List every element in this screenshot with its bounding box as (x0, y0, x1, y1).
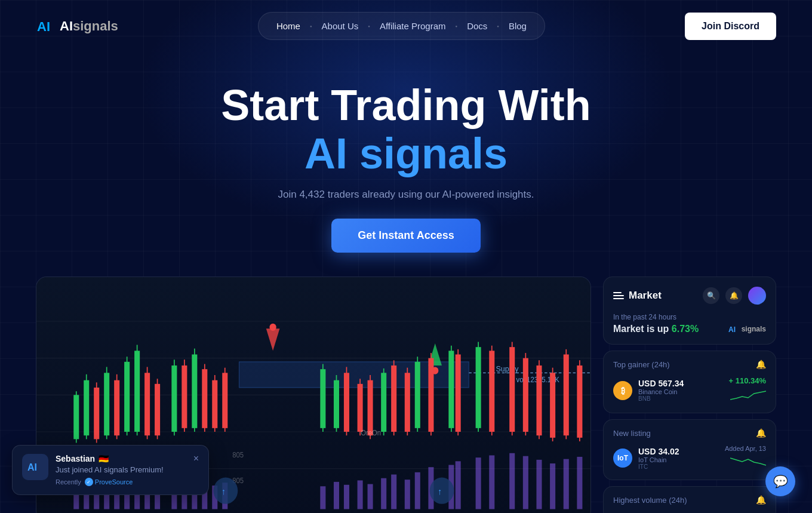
market-24h-label: In the past 24 hours (613, 313, 766, 321)
bnb-change-pct: + 110.34% (728, 376, 766, 385)
svg-text:↑: ↑ (222, 486, 226, 496)
market-header-left: Market (613, 290, 662, 302)
menu-icon[interactable] (613, 292, 624, 299)
market-pct: 6.73% (672, 324, 699, 334)
svg-rect-7 (239, 362, 469, 388)
highest-volume-bell[interactable]: 🔔 (756, 495, 766, 505)
bnb-price: USD 567.34 (638, 379, 722, 388)
nav-blog[interactable]: Blog (503, 19, 533, 33)
svg-text:AI: AI (37, 19, 50, 34)
toast-footer: Recently ✓ ProveSource (56, 478, 186, 486)
top-gainer-row: ₿ USD 567.34 Binance Coin BNB + 110.34% (613, 376, 766, 404)
new-listing-bell[interactable]: 🔔 (756, 428, 766, 438)
get-instant-access-button[interactable]: Get Instant Access (331, 219, 480, 253)
toast-time: Recently (56, 478, 81, 486)
chat-icon: 💬 (773, 474, 788, 489)
logo-text: AIsignals (60, 19, 118, 34)
svg-rect-101 (334, 482, 339, 509)
logo-icon: AI (36, 16, 57, 37)
svg-text:OreOn: OreOn (361, 429, 381, 438)
top-gainer-bell[interactable]: 🔔 (756, 360, 766, 369)
bnb-name: Binance Coin (638, 388, 722, 395)
svg-rect-108 (415, 472, 420, 509)
svg-rect-115 (523, 456, 528, 509)
svg-rect-119 (577, 457, 582, 509)
svg-rect-102 (344, 485, 349, 509)
svg-text:805: 805 (232, 451, 244, 460)
bnb-icon: ₿ (613, 381, 632, 400)
hero-subtitle: Join 4,432 traders already using our AI-… (0, 189, 812, 201)
market-header: Market 🔍 🔔 (613, 287, 766, 305)
svg-text:AI: AI (728, 325, 736, 334)
market-title: Market (629, 290, 662, 302)
top-gainer-title: Top gainer (24h) (613, 360, 670, 369)
bnb-info: USD 567.34 Binance Coin BNB (638, 379, 722, 402)
nav-about[interactable]: About Us (316, 19, 365, 33)
hero-title-line2: AI signals (0, 129, 812, 178)
prove-source[interactable]: ✓ ProveSource (85, 478, 133, 486)
svg-rect-118 (564, 459, 569, 509)
bell-icon[interactable]: 🔔 (725, 287, 742, 304)
avatar[interactable] (748, 287, 766, 305)
bnb-mini-chart (728, 388, 766, 404)
iot-icon: IoT (613, 449, 632, 468)
svg-rect-107 (405, 480, 410, 509)
iot-right: Added Apr, 13 (725, 445, 766, 471)
nav-dot-3: ● (456, 24, 458, 28)
svg-rect-117 (550, 463, 555, 509)
prove-check-icon: ✓ (85, 478, 93, 486)
highest-volume-card: Highest volume (24h) 🔔 (603, 486, 776, 513)
chat-bubble-button[interactable]: 💬 (765, 466, 795, 496)
svg-rect-113 (489, 456, 494, 509)
top-gainer-card: Top gainer (24h) 🔔 ₿ USD 567.34 Binance … (603, 351, 776, 413)
toast-logo: AI (22, 454, 48, 480)
nav-links: Home ● About Us ● Affiliate Program ● Do… (258, 12, 545, 40)
bnb-change: + 110.34% (728, 376, 766, 404)
new-listing-row: IoT USD 34.02 IoT Chain ITC Added Apr, 1… (613, 445, 766, 471)
svg-rect-106 (391, 475, 396, 509)
hero-title-line1: Start Trading With (0, 82, 812, 129)
hero-section: Start Trading With AI signals Join 4,432… (0, 52, 812, 253)
nav-dot-2: ● (368, 24, 370, 28)
svg-rect-116 (536, 460, 542, 509)
right-panel: Market 🔍 🔔 In the past 24 hours Market i… (603, 277, 776, 513)
nav-dot-1: ● (310, 24, 312, 28)
svg-text:Supply: Supply (496, 364, 519, 374)
search-icon[interactable]: 🔍 (703, 287, 719, 304)
toast-close-button[interactable]: × (193, 454, 199, 463)
menu-line (613, 295, 624, 296)
new-listing-title: New listing (613, 429, 651, 438)
top-gainer-header: Top gainer (24h) 🔔 (613, 360, 766, 369)
toast-content: Sebastian 🇩🇪 Just joined AI signals Prem… (56, 454, 186, 486)
svg-text:↑: ↑ (438, 486, 442, 496)
iot-added: Added Apr, 13 (725, 445, 766, 452)
iot-symbol: ITC (638, 463, 719, 470)
svg-rect-100 (320, 486, 325, 509)
menu-line (613, 298, 624, 299)
menu-line (613, 292, 622, 293)
svg-rect-111 (456, 462, 461, 509)
svg-rect-103 (358, 481, 363, 509)
navbar: AI AIsignals Home ● About Us ● Affiliate… (0, 0, 812, 52)
highest-volume-title: Highest volume (24h) (613, 496, 687, 505)
new-listing-card: New listing 🔔 IoT USD 34.02 IoT Chain IT… (603, 419, 776, 480)
new-listing-header: New listing 🔔 (613, 428, 766, 438)
nav-affiliate[interactable]: Affiliate Program (374, 19, 452, 33)
join-discord-button[interactable]: Join Discord (685, 13, 776, 40)
logo: AI AIsignals (36, 16, 118, 37)
iot-info: USD 34.02 IoT Chain ITC (638, 447, 719, 470)
toast-user-name: Sebastian 🇩🇪 (56, 454, 186, 463)
highest-volume-header: Highest volume (24h) 🔔 (613, 495, 766, 505)
svg-point-12 (269, 324, 276, 331)
svg-rect-112 (476, 457, 481, 509)
svg-text:AI: AI (27, 462, 37, 472)
ai-signals-small-logo: AI signals (728, 324, 766, 334)
nav-docs[interactable]: Docs (461, 19, 493, 33)
svg-rect-114 (509, 453, 515, 509)
nav-dot-4: ● (497, 24, 499, 28)
svg-rect-105 (381, 478, 386, 509)
market-card: Market 🔍 🔔 In the past 24 hours Market i… (603, 277, 776, 345)
nav-home[interactable]: Home (270, 19, 306, 33)
market-24h: In the past 24 hours Market is up 6.73% … (613, 313, 766, 334)
toast-flag: 🇩🇪 (99, 454, 109, 463)
